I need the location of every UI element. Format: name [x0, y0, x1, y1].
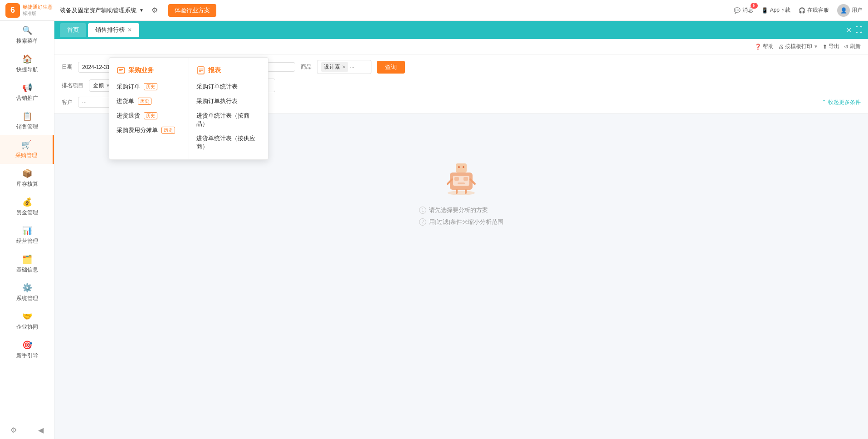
toolbar: ❓ 帮助 🖨 按模板打印 ▼ ⬆ 导出 ↺ 刷新 [54, 39, 868, 54]
sidebar-item-quicknav[interactable]: 🏠 快捷导航 [0, 49, 54, 78]
chevron-up-icon: ⌃ [822, 99, 826, 105]
report-receipt-supplier-label: 进货单统计表（按供应商） [196, 134, 261, 151]
dropdown-purchase-return[interactable]: 进货退货 历史 [109, 109, 189, 123]
online-service-label: 在线客服 [807, 6, 829, 14]
svg-rect-6 [456, 163, 467, 173]
refresh-btn[interactable]: ↺ 刷新 [844, 43, 861, 50]
sidebar-item-finance[interactable]: 💰 资金管理 [0, 192, 54, 221]
collapse-icon[interactable]: ◀ [38, 426, 44, 434]
logo-text: 畅捷通好生意 [23, 4, 53, 10]
message-badge: 6 [751, 3, 758, 9]
help-btn[interactable]: ❓ 帮助 [755, 43, 774, 50]
query-btn[interactable]: 查询 [377, 61, 405, 74]
history-badge-3: 历史 [144, 112, 157, 119]
sidebar-label-purchase: 采购管理 [15, 152, 37, 159]
goods-tag: 设计素 ✕ [321, 62, 348, 72]
dropdown-report-receipt-supplier[interactable]: 进货单统计表（按供应商） [189, 131, 268, 154]
settings-bottom-icon[interactable]: ⚙ [10, 426, 17, 434]
dropdown-purchase-receipt[interactable]: 进货单 历史 [109, 94, 189, 109]
goods-label: 商品 [301, 63, 312, 71]
tab-close-icon[interactable]: ✕ [127, 27, 132, 33]
industry-btn[interactable]: 体验行业方案 [168, 4, 216, 17]
sidebar-label-marketing: 营销推广 [16, 94, 38, 102]
print-btn[interactable]: 🖨 按模板打印 ▼ [778, 43, 818, 50]
report-order-exec-label: 采购订单执行表 [196, 97, 238, 105]
tab-close-window-icon[interactable]: ✕ [846, 26, 852, 35]
ranking-label: 排名项目 [62, 82, 83, 89]
export-btn[interactable]: ⬆ 导出 [823, 43, 839, 50]
empty-hints: 1 请先选择要分析的方案 2 用[过滤]条件来缩小分析范围 [419, 204, 503, 228]
report-receipt-goods-label: 进货单统计表（按商品） [196, 112, 261, 128]
sidebar-item-basicinfo[interactable]: 🗂️ 基础信息 [0, 250, 54, 278]
sidebar-item-marketing[interactable]: 📢 营销推广 [0, 78, 54, 107]
sidebar-label-inventory: 库存核算 [16, 180, 38, 188]
print-icon: 🖨 [778, 44, 784, 50]
help-icon: ❓ [755, 44, 761, 50]
purchase-receipt-label: 进货单 [117, 97, 134, 105]
sidebar-label-sales: 销售管理 [16, 123, 38, 131]
dropdown-purchase-order[interactable]: 采购订单 历史 [109, 79, 189, 94]
refresh-label: 刷新 [850, 43, 861, 50]
sidebar-item-cooperation[interactable]: 🤝 企业协同 [0, 307, 54, 335]
toolbar-right: ❓ 帮助 🖨 按模板打印 ▼ ⬆ 导出 ↺ 刷新 [755, 43, 861, 50]
system-name: 装备及固定资产辅助管理系统 [60, 6, 137, 15]
headset-icon: 🎧 [799, 7, 805, 14]
sidebar-label-finance: 资金管理 [16, 209, 38, 217]
guide-icon: 🎯 [22, 340, 32, 350]
sidebar-label-search: 搜索菜单 [16, 37, 38, 45]
dropdown-report-receipt-goods[interactable]: 进货单统计表（按商品） [189, 109, 268, 131]
step1-dot: 1 [419, 207, 426, 214]
sidebar-item-system[interactable]: ⚙️ 系统管理 [0, 278, 54, 307]
hint1-text: 请先选择要分析的方案 [429, 204, 488, 216]
message-action[interactable]: 💬 消息 6 [734, 6, 753, 14]
home-icon: 🏠 [22, 54, 32, 64]
sidebar-label-system: 系统管理 [16, 295, 38, 302]
goods-tag-close[interactable]: ✕ [342, 64, 346, 69]
sidebar-item-purchase[interactable]: 🛒 采购管理 [0, 135, 54, 164]
user-action[interactable]: 👤 用户 [837, 4, 863, 17]
tab-sales-ranking[interactable]: 销售排行榜 ✕ [88, 23, 139, 37]
history-badge-2: 历史 [138, 98, 151, 105]
sidebar-item-operations[interactable]: 📊 经营管理 [0, 221, 54, 250]
dropdown-purchase-expense[interactable]: 采购费用分摊单 历史 [109, 123, 189, 138]
dropdown-report-order-exec[interactable]: 采购订单执行表 [189, 94, 268, 109]
sidebar-item-guide[interactable]: 🎯 新手引导 [0, 335, 54, 364]
sidebar-item-inventory[interactable]: 📦 库存核算 [0, 164, 54, 192]
svg-point-0 [448, 191, 475, 195]
goods-dots[interactable]: ··· [350, 64, 355, 70]
tab-home[interactable]: 首页 [60, 23, 86, 37]
dropdown-report-col: 报表 采购订单统计表 采购订单执行表 进货单统计表（按商品） 进货单统计表（按供 [189, 58, 268, 159]
system-icon: ⚙️ [22, 283, 32, 293]
collapse-btn[interactable]: ⌃ 收起更多条件 [822, 99, 861, 106]
app-download-action[interactable]: 📱 App下载 [761, 6, 790, 14]
report-header-icon [196, 66, 205, 75]
logo-text-area: 畅捷通好生意 标准版 [23, 4, 53, 16]
user-label: 用户 [852, 6, 863, 14]
date-label: 日期 [62, 63, 73, 71]
customer-label: 客户 [62, 99, 73, 106]
finance-icon: 💰 [22, 197, 32, 207]
app-download-label: App下载 [770, 6, 790, 14]
sidebar-item-search[interactable]: 🔍 搜索菜单 [0, 21, 54, 49]
tab-maximize-icon[interactable]: ⛶ [855, 26, 863, 35]
system-name-area: 装备及固定资产辅助管理系统 ▼ ⚙ 体验行业方案 [60, 4, 216, 17]
export-icon: ⬆ [823, 44, 827, 50]
phone-icon: 📱 [761, 7, 768, 14]
refresh-icon: ↺ [844, 44, 848, 50]
goods-input[interactable]: 设计素 ✕ ··· [317, 60, 371, 74]
online-service-action[interactable]: 🎧 在线客服 [799, 6, 829, 14]
gear-icon[interactable]: ⚙ [149, 5, 160, 16]
customer-dots[interactable]: ··· [82, 99, 87, 105]
history-badge-1: 历史 [144, 83, 157, 90]
print-dropdown-icon: ▼ [814, 44, 818, 49]
system-dropdown-icon[interactable]: ▼ [139, 8, 144, 13]
svg-rect-3 [454, 177, 459, 181]
basicinfo-icon: 🗂️ [22, 254, 32, 264]
dropdown-report-order-stat[interactable]: 采购订单统计表 [189, 79, 268, 94]
topbar: 6 畅捷通好生意 标准版 装备及固定资产辅助管理系统 ▼ ⚙ 体验行业方案 💬 … [0, 0, 868, 21]
ranking-value: 金额 [93, 82, 104, 89]
sidebar-item-sales[interactable]: 📋 销售管理 [0, 107, 54, 135]
dropdown-purchase-header: 采购业务 [109, 63, 189, 79]
export-label: 导出 [829, 43, 839, 50]
marketing-icon: 📢 [22, 83, 32, 93]
